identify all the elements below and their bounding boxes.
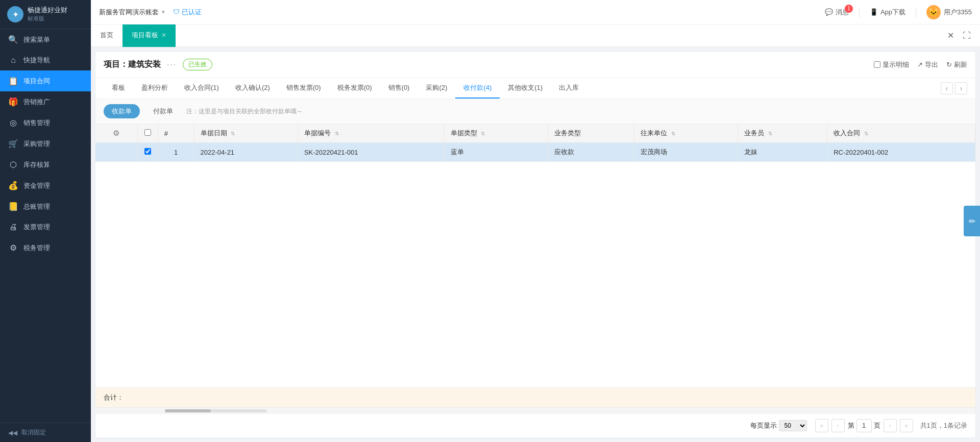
refresh-button[interactable]: ↻ 刷新: [946, 60, 967, 69]
project-title: 项目：建筑安装: [104, 59, 161, 70]
sidebar-item-tax[interactable]: ⚙ 税务管理: [0, 237, 91, 258]
tab-maximize-button[interactable]: ⛶: [960, 29, 974, 43]
sub-tab-next-button[interactable]: ›: [955, 82, 967, 94]
total-records-info: 共1页，1条记录: [920, 421, 967, 430]
sub-header: 收款单 付款单 注：这里是与项目关联的全部收付款单哦～: [95, 99, 975, 124]
project-status-badge: 已生效: [183, 59, 212, 70]
sub-tab-income-confirm[interactable]: 收入确认(2): [227, 78, 278, 99]
sort-type-icon: ⇅: [481, 131, 485, 136]
sub-tab-prev-button[interactable]: ‹: [941, 82, 953, 94]
sub-tab-nav: ‹ ›: [941, 82, 967, 94]
export-button[interactable]: ↗ 导出: [917, 60, 938, 69]
th-settings[interactable]: ⚙: [95, 124, 137, 143]
hex-icon: ⬡: [8, 160, 18, 169]
tax-icon: ⚙: [8, 243, 18, 253]
app-logo-text: 畅捷通好业财 标准版: [28, 6, 67, 22]
app-download-button[interactable]: 📱 App下载: [870, 8, 905, 17]
last-page-button[interactable]: »: [900, 419, 913, 432]
tab-close-icon[interactable]: ✕: [161, 32, 166, 39]
show-detail-checkbox[interactable]: 显示明细: [874, 60, 909, 69]
first-page-button[interactable]: «: [815, 419, 828, 432]
sub-tab-profit[interactable]: 盈利分析: [133, 78, 176, 99]
tab-project-board[interactable]: 项目看板 ✕: [122, 24, 176, 47]
th-income-contract[interactable]: 收入合同 ⇅: [827, 124, 975, 143]
cart-icon: 🛒: [8, 139, 18, 149]
th-salesperson[interactable]: 业务员 ⇅: [738, 124, 827, 143]
unpin-icon: ◀◀: [8, 429, 17, 436]
user-menu[interactable]: 🐱 用户3355: [926, 5, 972, 19]
table-row[interactable]: 1 2022-04-21 SK-20220421-001 蓝单 应收款 宏茂商场…: [95, 143, 975, 162]
pagination: 每页显示 10 20 50 100 « ‹ 第 1 页 ›: [95, 413, 975, 437]
sub-tab-payment[interactable]: 收付款(4): [455, 78, 500, 99]
message-button[interactable]: 💬 消息 1: [825, 8, 849, 17]
table-area: ⚙ # 单据日期 ⇅ 单据编号 ⇅: [95, 124, 975, 387]
main-content: 新服务官网演示账套 ▾ 🛡 已认证 💬 消息 1 📱 App下载 🐱 用户335…: [91, 0, 980, 442]
edit-icon: ✏: [969, 216, 975, 226]
sub-tab-sales[interactable]: 销售(0): [380, 78, 418, 99]
project-icon: 📋: [8, 76, 18, 86]
prev-page-icon: ‹: [837, 422, 839, 429]
tab-home[interactable]: 首页: [91, 24, 122, 47]
tab-bar: 首页 项目看板 ✕ ✕ ⛶: [91, 24, 980, 47]
show-detail-input[interactable]: [874, 61, 880, 68]
receipt-tab-button[interactable]: 收款单: [104, 104, 140, 118]
th-code[interactable]: 单据编号 ⇅: [298, 124, 444, 143]
sub-tab-other-payment[interactable]: 其他收支(1): [500, 78, 551, 99]
scroll-track[interactable]: [165, 409, 267, 412]
td-checkbox[interactable]: [137, 143, 158, 162]
td-salesperson: 龙妹: [738, 143, 827, 162]
next-page-button[interactable]: ›: [884, 419, 897, 432]
sub-tab-sales-invoice[interactable]: 销售发票(0): [278, 78, 329, 99]
sub-tab-purchase[interactable]: 采购(2): [418, 78, 455, 99]
scroll-bar-area[interactable]: [95, 407, 975, 413]
sidebar-item-quick-nav[interactable]: ⌂ 快捷导航: [0, 50, 91, 70]
scroll-thumb[interactable]: [165, 409, 211, 412]
page-content: 项目：建筑安装 ··· 已生效 显示明细 ↗ 导出 ↻ 刷新: [95, 51, 976, 438]
message-badge: 1: [845, 5, 853, 13]
sub-tab-tax-invoice[interactable]: 税务发票(0): [329, 78, 380, 99]
sidebar-item-sales[interactable]: ◎ 销售管理: [0, 112, 91, 133]
sidebar-item-inventory[interactable]: ⬡ 库存核算: [0, 154, 91, 175]
sub-tab-income-contract[interactable]: 收入合同(1): [176, 78, 227, 99]
page-size-selector[interactable]: 每页显示 10 20 50 100: [750, 420, 807, 431]
sidebar-unpin-button[interactable]: ◀◀ 取消固定: [0, 423, 91, 442]
th-date[interactable]: 单据日期 ⇅: [194, 124, 298, 143]
sub-tab-warehouse[interactable]: 出入库: [551, 78, 587, 99]
column-settings-icon[interactable]: ⚙: [113, 129, 119, 137]
select-all-checkbox[interactable]: [144, 129, 151, 136]
more-options-button[interactable]: ···: [167, 60, 177, 69]
td-num: 1: [158, 143, 194, 162]
account-selector[interactable]: 新服务官网演示账套 ▾: [99, 8, 165, 17]
page-size-select-input[interactable]: 10 20 50 100: [779, 420, 807, 431]
payment-tab-button[interactable]: 付款单: [145, 104, 181, 118]
total-row: 合计：: [95, 387, 975, 407]
tab-close-window-button[interactable]: ✕: [943, 29, 958, 43]
prev-page-button[interactable]: ‹: [831, 419, 845, 432]
sort-contract-icon: ⇅: [864, 131, 868, 136]
sort-date-icon: ⇅: [231, 131, 235, 136]
ledger-icon: 📒: [8, 202, 18, 211]
th-type[interactable]: 单据类型 ⇅: [444, 124, 548, 143]
tab-project-label: 项目看板: [132, 31, 158, 40]
td-code[interactable]: SK-20220421-001: [298, 143, 444, 162]
td-company: 宏茂商场: [634, 143, 738, 162]
sub-tab-bar: 看板 盈利分析 收入合同(1) 收入确认(2) 销售发票(0) 税务发票(0) …: [95, 78, 975, 99]
sidebar-item-search[interactable]: 🔍 搜索菜单: [0, 29, 91, 50]
sidebar-item-fund[interactable]: 💰 资金管理: [0, 175, 91, 196]
sidebar-item-project-contract[interactable]: 📋 项目合同: [0, 70, 91, 91]
th-num: #: [158, 124, 194, 143]
th-company[interactable]: 往来单位 ⇅: [634, 124, 738, 143]
divider2: [916, 7, 916, 17]
divider: [859, 7, 860, 17]
sidebar-item-invoice[interactable]: 🖨 发票管理: [0, 217, 91, 237]
home-icon: ⌂: [8, 56, 18, 65]
sub-tab-kanban[interactable]: 看板: [104, 78, 133, 99]
next-page-icon: ›: [889, 422, 891, 429]
sidebar-item-purchase[interactable]: 🛒 采购管理: [0, 133, 91, 154]
sidebar-item-ledger[interactable]: 📒 总账管理: [0, 196, 91, 217]
search-icon: 🔍: [8, 35, 18, 44]
floating-side-button[interactable]: ✏: [964, 206, 975, 236]
gift-icon: 🎁: [8, 97, 18, 107]
sidebar-item-marketing[interactable]: 🎁 营销推广: [0, 91, 91, 112]
row-checkbox[interactable]: [144, 148, 151, 155]
